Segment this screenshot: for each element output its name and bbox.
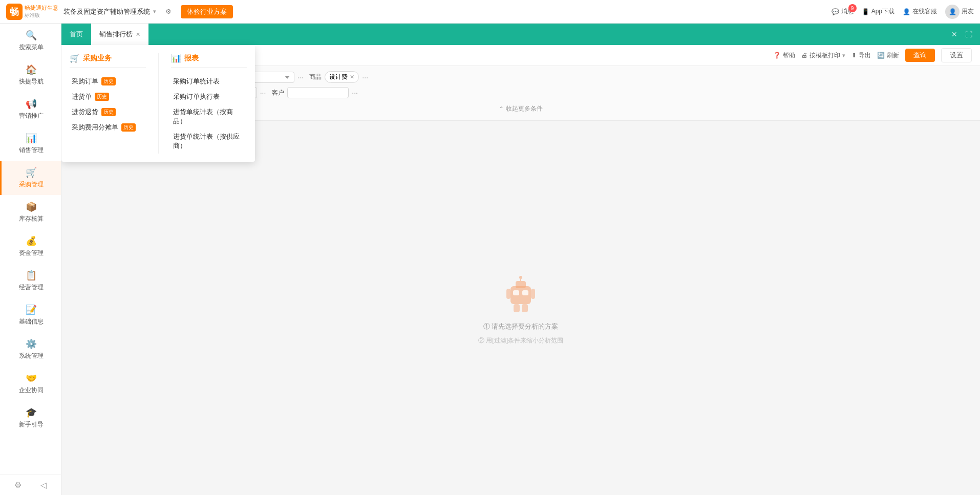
empty-tip2: ② 用[过滤]条件来缩小分析范围 — [478, 336, 563, 345]
menu-item-purchase-order-exec[interactable]: 采购订单执行表 — [171, 89, 247, 104]
svg-rect-9 — [522, 304, 528, 312]
print-btn[interactable]: 🖨 按模板打印 ▾ — [801, 51, 845, 60]
purchase-col-title: 🛒 采购业务 — [70, 53, 146, 68]
sidebar: 🔍 搜索菜单 🏠 快捷导航 📢 营销推广 📊 销售管理 🛒 采购管理 📦 库存核… — [0, 24, 61, 495]
header-right: 💬 消息 9 📱 App下载 👤 在线客服 👤 用友 — [832, 5, 974, 19]
avatar-icon: 👤 — [949, 8, 956, 15]
tab-sales-rank[interactable]: 销售排行榜 ✕ — [91, 24, 148, 45]
report-column: 📊 报表 采购订单统计表 采购订单执行表 进货单统计表（按商品） 进货单统计表（… — [171, 53, 247, 154]
goods-tag-close[interactable]: ✕ — [350, 74, 354, 80]
menu-item-purchase-fee[interactable]: 采购费用分摊单 历史 — [70, 120, 146, 135]
sidebar-item-inventory[interactable]: 📦 库存核算 — [0, 195, 61, 229]
svg-rect-0 — [510, 286, 531, 304]
finance-icon: 💰 — [26, 235, 37, 247]
tab-close-btn[interactable]: ✕ — [948, 28, 961, 40]
customer-label: 客户 — [272, 89, 284, 97]
sidebar-collapse-icon[interactable]: ◁ — [40, 480, 47, 490]
svg-rect-2 — [522, 290, 528, 295]
menu-item-label: 进货退货 — [72, 107, 98, 117]
menu-item-label: 进货单统计表（按供应商） — [173, 132, 245, 150]
menu-item-inbound-stat-supplier[interactable]: 进货单统计表（按供应商） — [171, 129, 247, 154]
menu-item-label: 采购订单执行表 — [173, 92, 220, 101]
sales-icon: 📊 — [26, 133, 37, 144]
export-btn[interactable]: ⬆ 导出 — [851, 51, 871, 60]
service-icon: 👤 — [903, 8, 910, 15]
mobile-icon: 📱 — [862, 8, 869, 15]
sidebar-settings-icon[interactable]: ⚙ — [14, 480, 22, 490]
system-title-arrow[interactable]: ▾ — [153, 8, 156, 15]
sidebar-item-search[interactable]: 🔍 搜索菜单 — [0, 24, 61, 58]
empty-state: ① 请先选择要分析的方案 ② 用[过滤]条件来缩小分析范围 — [61, 121, 980, 495]
sidebar-item-newbie[interactable]: 🎓 新手引导 — [0, 401, 61, 435]
avatar: 👤 — [945, 5, 960, 19]
user-area[interactable]: 👤 用友 — [945, 5, 974, 19]
customer-ellipsis[interactable]: ··· — [352, 89, 358, 97]
industry-btn[interactable]: 体验行业方案 — [181, 5, 233, 18]
col-divider — [158, 53, 159, 154]
menu-item-inbound-stat-goods[interactable]: 进货单统计表（按商品） — [171, 104, 247, 129]
purchase-dropdown-menu: 🛒 采购业务 采购订单 历史 进货单 历史 进货退货 历史 — [61, 45, 255, 162]
tab-bar: 🛒 采购业务 采购订单 历史 进货单 历史 进货退货 历史 — [61, 24, 980, 45]
menu-item-label: 采购订单 — [72, 77, 98, 86]
refresh-btn[interactable]: 🔄 刷新 — [877, 51, 899, 60]
salesman-ellipsis[interactable]: ··· — [260, 89, 266, 97]
sidebar-item-purchase[interactable]: 🛒 采购管理 — [0, 161, 61, 195]
menu-item-label: 进货单统计表（按商品） — [173, 107, 245, 126]
menu-item-inbound-return[interactable]: 进货退货 历史 — [70, 104, 146, 120]
message-btn[interactable]: 💬 消息 9 — [832, 7, 854, 16]
settings-btn[interactable]: 设置 — [941, 48, 972, 62]
collapse-icon: ⌃ — [499, 105, 504, 113]
menu-item-label: 采购费用分摊单 — [72, 123, 118, 132]
voucher-status-ellipsis[interactable]: ··· — [297, 73, 304, 81]
sidebar-item-operation[interactable]: 📋 经营管理 — [0, 264, 61, 298]
goods-ellipsis[interactable]: ··· — [362, 73, 368, 81]
svg-rect-6 — [506, 289, 510, 299]
logo-area: 畅 畅捷通好生意 标准版 — [6, 4, 58, 20]
report-col-title: 📊 报表 — [171, 53, 247, 68]
help-icon: ❓ — [773, 52, 781, 59]
query-btn[interactable]: 查询 — [905, 49, 935, 62]
sidebar-item-basic[interactable]: 📝 基础信息 — [0, 298, 61, 332]
sidebar-item-enterprise[interactable]: 🤝 企业协同 — [0, 367, 61, 401]
logo-icon: 畅 — [6, 4, 23, 20]
sidebar-item-system[interactable]: ⚙️ 系统管理 — [0, 332, 61, 367]
content-area: 🛒 采购业务 采购订单 历史 进货单 历史 进货退货 历史 — [61, 24, 980, 495]
tab-expand-btn[interactable]: ⛶ — [963, 28, 975, 40]
menu-item-label: 进货单 — [72, 92, 92, 101]
report-col-icon: 📊 — [171, 53, 181, 63]
sidebar-item-finance[interactable]: 💰 资金管理 — [0, 229, 61, 264]
purchase-column: 🛒 采购业务 采购订单 历史 进货单 历史 进货退货 历史 — [70, 53, 146, 154]
menu-item-label: 采购订单统计表 — [173, 77, 220, 86]
sidebar-item-quick-nav[interactable]: 🏠 快捷导航 — [0, 58, 61, 92]
sidebar-item-marketing[interactable]: 📢 营销推广 — [0, 92, 61, 126]
svg-rect-3 — [516, 281, 526, 288]
svg-rect-8 — [514, 304, 520, 312]
refresh-icon: 🔄 — [877, 52, 885, 59]
header-settings-icon[interactable]: ⚙ — [161, 5, 176, 19]
enterprise-icon: 🤝 — [26, 373, 37, 384]
badge-inbound-return: 历史 — [101, 108, 116, 116]
collapse-btn[interactable]: ⌃ 收起更多条件 — [499, 104, 543, 113]
menu-item-purchase-order[interactable]: 采购订单 历史 — [70, 74, 146, 89]
print-icon: 🖨 — [801, 52, 807, 59]
customer-input[interactable] — [287, 87, 349, 98]
system-title: 装备及固定资产辅助管理系统 ▾ — [63, 7, 156, 16]
svg-rect-1 — [513, 290, 519, 295]
message-icon: 💬 — [832, 8, 839, 15]
operation-icon: 📋 — [26, 270, 37, 281]
menu-item-inbound[interactable]: 进货单 历史 — [70, 89, 146, 104]
logo-text-block: 畅捷通好生意 标准版 — [25, 4, 58, 18]
logo-line2: 标准版 — [25, 12, 58, 19]
newbie-icon: 🎓 — [26, 407, 37, 418]
menu-item-purchase-order-stat[interactable]: 采购订单统计表 — [171, 74, 247, 89]
main-layout: 🔍 搜索菜单 🏠 快捷导航 📢 营销推广 📊 销售管理 🛒 采购管理 📦 库存核… — [0, 24, 980, 495]
help-btn[interactable]: ❓ 帮助 — [773, 51, 795, 60]
tab-close-sales-rank[interactable]: ✕ — [136, 31, 140, 38]
online-service-btn[interactable]: 👤 在线客服 — [903, 7, 937, 16]
print-dropdown-arrow[interactable]: ▾ — [842, 52, 845, 59]
sidebar-item-sales[interactable]: 📊 销售管理 — [0, 126, 61, 161]
app-download-btn[interactable]: 📱 App下载 — [862, 7, 894, 16]
inventory-icon: 📦 — [26, 201, 37, 212]
tab-home[interactable]: 首页 — [61, 24, 91, 45]
purchase-icon: 🛒 — [26, 167, 37, 178]
